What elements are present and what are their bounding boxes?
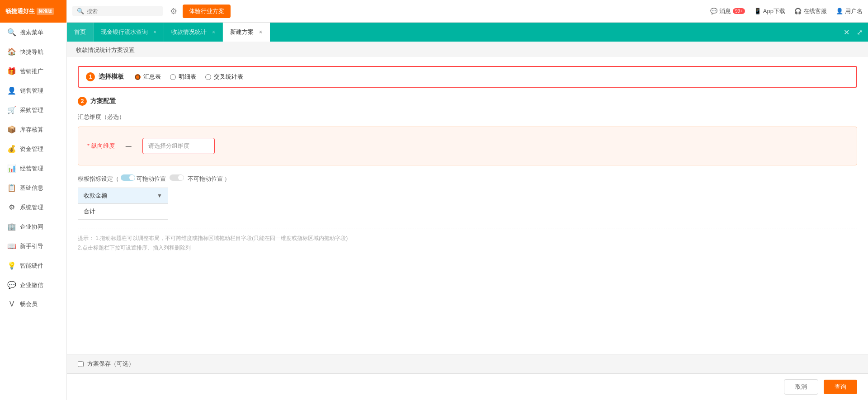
sidebar-item-finance[interactable]: 💰 资金管理 bbox=[0, 139, 66, 159]
tab-receipt-stats[interactable]: 收款情况统计 × bbox=[164, 23, 223, 42]
tab-bank-flow-close[interactable]: × bbox=[153, 29, 156, 35]
search-input[interactable] bbox=[87, 8, 158, 14]
download-item[interactable]: 📱 App下载 bbox=[754, 7, 785, 15]
clipboard-icon: 📋 bbox=[7, 184, 16, 192]
logo-text: 畅捷通好生 bbox=[5, 7, 35, 15]
gift-icon: 🎁 bbox=[7, 67, 16, 75]
notification-item[interactable]: 💬 消息 99+ bbox=[710, 7, 745, 15]
content-area: 收款情况统计方案设置 1 选择模板 汇总表 bbox=[67, 42, 868, 400]
cancel-button[interactable]: 取消 bbox=[784, 379, 818, 395]
sidebar-logo: 畅捷通好生 标准版 bbox=[0, 0, 66, 23]
member-icon: V bbox=[7, 300, 16, 308]
sidebar-item-smart-hw[interactable]: 💡 智能硬件 bbox=[0, 256, 66, 275]
radio-cross[interactable]: 交叉统计表 bbox=[205, 73, 243, 81]
radio-summary[interactable]: 汇总表 bbox=[135, 73, 161, 81]
radio-cross-input[interactable] bbox=[205, 74, 211, 80]
query-button[interactable]: 查询 bbox=[824, 380, 857, 394]
dim-select[interactable]: 请选择分组维度 bbox=[142, 138, 215, 154]
service-item[interactable]: 🎧 在线客服 bbox=[794, 7, 827, 15]
box-icon: 📦 bbox=[7, 125, 16, 134]
tabbar: 首页 现金银行流水查询 × 收款情况统计 × 新建方案 × ✕ ⤢ bbox=[67, 23, 868, 42]
search-icon: 🔍 bbox=[77, 8, 84, 14]
message-icon: 💬 bbox=[710, 8, 717, 14]
hint-1: 提示： 1.拖动标题栏可以调整布局，不可跨维度或指标区域拖动栏目字段(只能在同一… bbox=[78, 235, 857, 242]
page-header: 收款情况统计方案设置 bbox=[67, 42, 868, 57]
sidebar-item-guide[interactable]: 📖 新手引导 bbox=[0, 236, 66, 256]
sidebar-item-label: 库存核算 bbox=[20, 126, 43, 134]
radio-summary-label: 汇总表 bbox=[143, 73, 161, 81]
close-window-icon[interactable]: ✕ bbox=[842, 26, 851, 38]
sidebar-item-basic-info[interactable]: 📋 基础信息 bbox=[0, 178, 66, 198]
bulb-icon: 💡 bbox=[7, 261, 16, 270]
sidebar-item-label: 搜索菜单 bbox=[20, 28, 43, 37]
cart-icon: 🛒 bbox=[7, 106, 16, 114]
gear-icon[interactable]: ⚙ bbox=[170, 6, 177, 16]
home-icon: 🏠 bbox=[7, 47, 16, 56]
form-card: 1 选择模板 汇总表 明细表 bbox=[67, 57, 868, 354]
sidebar-item-purchase[interactable]: 🛒 采购管理 bbox=[0, 100, 66, 120]
dim-label: 汇总维度（必选） bbox=[78, 113, 857, 121]
metrics-header-text: 模板指标设定（ 可拖动位置 bbox=[78, 174, 230, 183]
metrics-table-row: 合计 bbox=[78, 204, 168, 219]
trial-button[interactable]: 体验行业方案 bbox=[183, 5, 231, 18]
tab-home-label: 首页 bbox=[74, 28, 86, 36]
topbar-right: 💬 消息 99+ 📱 App下载 🎧 在线客服 👤 用户名 bbox=[710, 7, 863, 15]
user-avatar: 👤 bbox=[836, 8, 843, 14]
radio-summary-input[interactable] bbox=[135, 74, 141, 80]
sidebar-item-label: 企业协同 bbox=[20, 223, 43, 231]
sidebar-item-member[interactable]: V 畅会员 bbox=[0, 295, 66, 314]
user-item[interactable]: 👤 用户名 bbox=[836, 7, 863, 15]
section2-header: 2 方案配置 bbox=[78, 97, 857, 106]
money-icon: 💰 bbox=[7, 145, 16, 153]
settings-icon: ⚙ bbox=[7, 203, 16, 212]
save-plan-checkbox[interactable] bbox=[78, 361, 84, 367]
tab-new-plan[interactable]: 新建方案 × bbox=[223, 23, 270, 42]
metrics-section: 模板指标设定（ 可拖动位置 bbox=[78, 174, 857, 220]
notification-badge: 99+ bbox=[733, 8, 745, 14]
sidebar-item-label: 资金管理 bbox=[20, 145, 43, 153]
metrics-nodrag-label: 不可拖动位置 bbox=[188, 175, 223, 182]
sidebar-item-label: 企业微信 bbox=[20, 281, 43, 289]
sidebar-item-label: 销售管理 bbox=[20, 87, 43, 95]
headset-icon: 🎧 bbox=[794, 8, 802, 14]
sidebar-item-system[interactable]: ⚙ 系统管理 bbox=[0, 198, 66, 217]
tab-new-plan-close[interactable]: × bbox=[259, 29, 262, 35]
tab-bank-flow[interactable]: 现金银行流水查询 × bbox=[94, 23, 164, 42]
sidebar-item-operations[interactable]: 📊 经营管理 bbox=[0, 159, 66, 178]
maximize-icon[interactable]: ⤢ bbox=[855, 26, 864, 38]
book-icon: 📖 bbox=[7, 242, 16, 250]
building-icon: 🏢 bbox=[7, 222, 16, 231]
radio-cross-label: 交叉统计表 bbox=[214, 73, 243, 81]
dim-placeholder: 请选择分组维度 bbox=[148, 142, 189, 149]
save-plan-label[interactable]: 方案保存（可选） bbox=[87, 360, 134, 368]
sidebar-item-sales[interactable]: 👤 销售管理 bbox=[0, 81, 66, 100]
bottom-section: 方案保存（可选） bbox=[67, 354, 868, 373]
footer-bar: 取消 查询 bbox=[67, 373, 868, 400]
tab-home[interactable]: 首页 bbox=[67, 23, 94, 42]
dimension-area: * 纵向维度 — 请选择分组维度 bbox=[78, 127, 857, 165]
sidebar-item-label: 营销推广 bbox=[20, 67, 43, 75]
sidebar-item-marketing[interactable]: 🎁 营销推广 bbox=[0, 61, 66, 81]
radio-detail-input[interactable] bbox=[170, 74, 176, 80]
sidebar-item-wechat[interactable]: 💬 企业微信 bbox=[0, 275, 66, 295]
metrics-row-cell: 合计 bbox=[84, 208, 95, 215]
section1-header: 1 选择模板 bbox=[86, 72, 124, 81]
sidebar-item-search-menu[interactable]: 🔍 搜索菜单 bbox=[0, 23, 66, 42]
sidebar-item-label: 经营管理 bbox=[20, 165, 43, 173]
sidebar-item-inventory[interactable]: 📦 库存核算 bbox=[0, 120, 66, 139]
vertical-dim-label: * 纵向维度 bbox=[87, 142, 115, 150]
sidebar: 畅捷通好生 标准版 🔍 搜索菜单 🏠 快捷导航 🎁 营销推广 👤 销售管理 🛒 … bbox=[0, 0, 67, 400]
radio-detail[interactable]: 明细表 bbox=[170, 73, 196, 81]
sidebar-item-label: 基础信息 bbox=[20, 184, 43, 192]
topbar: 🔍 ⚙ 体验行业方案 💬 消息 99+ 📱 App下载 🎧 在线客服 👤 用户名 bbox=[67, 0, 868, 23]
sidebar-item-label: 智能硬件 bbox=[20, 262, 43, 270]
download-icon: 📱 bbox=[754, 8, 761, 14]
section1-title: 选择模板 bbox=[99, 73, 124, 81]
tab-receipt-stats-close[interactable]: × bbox=[212, 29, 215, 35]
sidebar-item-enterprise[interactable]: 🏢 企业协同 bbox=[0, 217, 66, 236]
template-section: 1 选择模板 汇总表 明细表 bbox=[78, 66, 857, 88]
sidebar-item-quick-nav[interactable]: 🏠 快捷导航 bbox=[0, 42, 66, 61]
topbar-search-box[interactable]: 🔍 bbox=[72, 6, 163, 16]
metrics-table-header[interactable]: 收款金额 ▼ bbox=[78, 188, 168, 204]
main-area: 🔍 ⚙ 体验行业方案 💬 消息 99+ 📱 App下载 🎧 在线客服 👤 用户名 bbox=[67, 0, 868, 400]
